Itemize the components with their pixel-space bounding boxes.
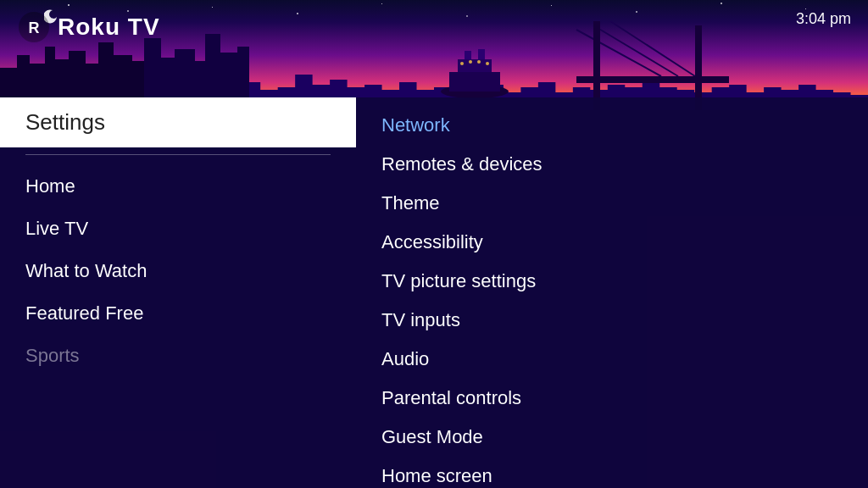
roku-tv-title: Roku TV — [58, 14, 160, 41]
settings-item-parental[interactable]: Parental controls — [381, 379, 843, 418]
menu-container: Settings Home Live TV What to Watch Feat… — [0, 97, 868, 488]
settings-item-accessibility[interactable]: Accessibility — [381, 223, 843, 262]
settings-item-tv-inputs[interactable]: TV inputs — [381, 301, 843, 340]
roku-logo: R Roku TV — [17, 10, 160, 44]
sidebar-item-home[interactable]: Home — [0, 165, 356, 208]
settings-item-audio[interactable]: Audio — [381, 340, 843, 379]
settings-panel: Network Remotes & devices Theme Accessib… — [356, 97, 868, 488]
settings-title: Settings — [25, 109, 105, 135]
svg-text:R: R — [29, 19, 40, 36]
clock-display: 3:04 pm — [796, 10, 851, 28]
sidebar: Settings Home Live TV What to Watch Feat… — [0, 97, 356, 488]
sidebar-divider — [25, 154, 331, 155]
sidebar-item-what-to-watch[interactable]: What to Watch — [0, 250, 356, 292]
sidebar-item-live-tv[interactable]: Live TV — [0, 208, 356, 250]
sidebar-item-sports[interactable]: Sports — [0, 335, 356, 377]
settings-item-tv-picture[interactable]: TV picture settings — [381, 262, 843, 301]
settings-item-remotes[interactable]: Remotes & devices — [381, 145, 843, 184]
settings-item-theme[interactable]: Theme — [381, 184, 843, 223]
top-bar: R Roku TV 3:04 pm — [0, 0, 868, 110]
settings-item-home-screen[interactable]: Home screen — [381, 457, 843, 488]
roku-logo-icon: R — [17, 10, 51, 44]
settings-item-network[interactable]: Network — [381, 106, 843, 145]
sidebar-item-featured-free[interactable]: Featured Free — [0, 292, 356, 335]
settings-item-guest-mode[interactable]: Guest Mode — [381, 418, 843, 457]
